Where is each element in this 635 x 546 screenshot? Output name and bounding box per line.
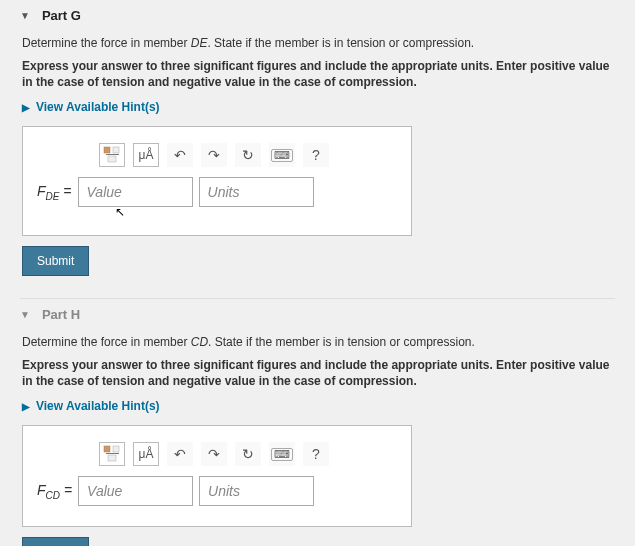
undo-icon[interactable]: ↶ xyxy=(167,143,193,167)
fraction-template-icon[interactable] xyxy=(99,442,125,466)
formula-toolbar: μÅ ↶ ↷ ↻ ⌨ ? xyxy=(99,143,397,167)
part-g-instructions: Express your answer to three significant… xyxy=(22,58,615,90)
svg-rect-1 xyxy=(113,147,119,153)
view-hints-link[interactable]: ▶ View Available Hint(s) xyxy=(22,100,615,114)
caret-right-icon: ▶ xyxy=(22,401,30,412)
variable-label: FCD = xyxy=(37,482,72,501)
submit-button[interactable]: Submit xyxy=(22,246,89,276)
hints-label: View Available Hint(s) xyxy=(36,100,160,114)
caret-right-icon: ▶ xyxy=(22,102,30,113)
special-chars-icon[interactable]: μÅ xyxy=(133,442,159,466)
kb-glyph: ⌨ xyxy=(271,448,293,461)
caret-down-icon: ▼ xyxy=(20,10,30,21)
redo-icon[interactable]: ↷ xyxy=(201,143,227,167)
special-chars-icon[interactable]: μÅ xyxy=(133,143,159,167)
fraction-template-icon[interactable] xyxy=(99,143,125,167)
units-input[interactable]: Units xyxy=(199,177,314,207)
svg-rect-4 xyxy=(104,446,110,452)
question-member: CD xyxy=(191,335,208,349)
formula-toolbar: μÅ ↶ ↷ ↻ ⌨ ? xyxy=(99,442,397,466)
redo-icon[interactable]: ↷ xyxy=(201,442,227,466)
part-g-answer-box: μÅ ↶ ↷ ↻ ⌨ ? FDE = Value Units ↖ xyxy=(22,126,412,236)
svg-rect-2 xyxy=(108,156,116,162)
svg-rect-0 xyxy=(104,147,110,153)
reset-icon[interactable]: ↻ xyxy=(235,143,261,167)
var-subscript: CD xyxy=(46,490,60,501)
help-icon[interactable]: ? xyxy=(303,442,329,466)
caret-down-icon: ▼ xyxy=(20,309,30,320)
svg-rect-5 xyxy=(113,446,119,452)
variable-label: FDE = xyxy=(37,183,72,202)
submit-button[interactable]: Submit xyxy=(22,537,89,546)
value-input[interactable]: Value xyxy=(78,177,193,207)
question-member: DE xyxy=(191,36,208,50)
var-prefix: F xyxy=(37,482,46,498)
answer-row: FCD = Value Units xyxy=(37,476,397,506)
mu-label: μÅ xyxy=(139,148,154,162)
keyboard-icon[interactable]: ⌨ xyxy=(269,442,295,466)
question-text-post: . State if the member is in tension or c… xyxy=(207,36,474,50)
var-subscript: DE xyxy=(46,191,60,202)
question-text-pre: Determine the force in member xyxy=(22,335,191,349)
help-icon[interactable]: ? xyxy=(303,143,329,167)
undo-icon[interactable]: ↶ xyxy=(167,442,193,466)
part-g-question: Determine the force in member DE. State … xyxy=(22,35,615,52)
view-hints-link[interactable]: ▶ View Available Hint(s) xyxy=(22,399,615,413)
cursor-icon: ↖ xyxy=(115,205,475,219)
units-input[interactable]: Units xyxy=(199,476,314,506)
question-text-pre: Determine the force in member xyxy=(22,36,191,50)
svg-rect-6 xyxy=(108,455,116,461)
part-h-answer-box: μÅ ↶ ↷ ↻ ⌨ ? FCD = Value Units xyxy=(22,425,412,527)
part-g-label: Part G xyxy=(42,8,81,23)
question-text-post: . State if the member is in tension or c… xyxy=(208,335,475,349)
equals-sign: = xyxy=(59,183,71,199)
part-h-instructions: Express your answer to three significant… xyxy=(22,357,615,389)
value-input[interactable]: Value xyxy=(78,476,193,506)
kb-glyph: ⌨ xyxy=(271,149,293,162)
part-h-question: Determine the force in member CD. State … xyxy=(22,334,615,351)
part-h-body: Determine the force in member CD. State … xyxy=(20,334,615,546)
var-prefix: F xyxy=(37,183,46,199)
part-g-header[interactable]: ▼ Part G xyxy=(20,8,615,23)
reset-icon[interactable]: ↻ xyxy=(235,442,261,466)
equals-sign: = xyxy=(60,482,72,498)
mu-label: μÅ xyxy=(139,447,154,461)
part-h-header[interactable]: ▼ Part H xyxy=(20,298,615,322)
answer-row: FDE = Value Units xyxy=(37,177,397,207)
hints-label: View Available Hint(s) xyxy=(36,399,160,413)
part-h-label: Part H xyxy=(42,307,80,322)
part-g-body: Determine the force in member DE. State … xyxy=(20,35,615,276)
keyboard-icon[interactable]: ⌨ xyxy=(269,143,295,167)
